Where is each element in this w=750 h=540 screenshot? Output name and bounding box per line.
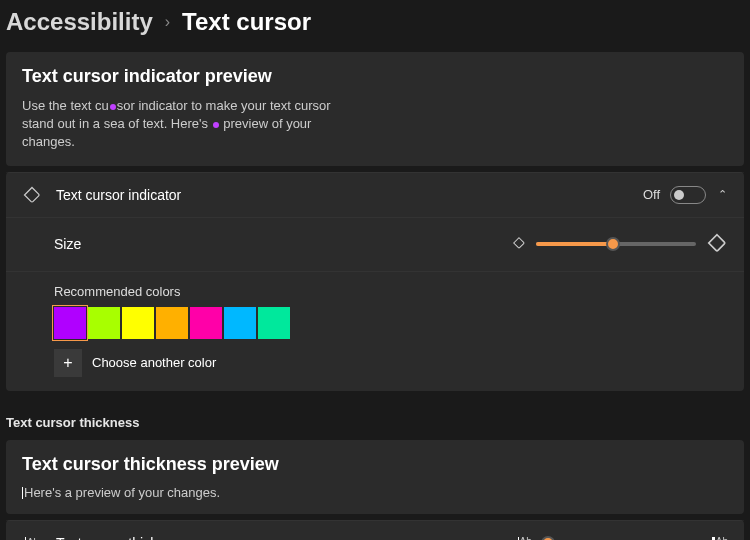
thickness-settings-card: Ab Text cursor thickness Ab Ab <box>6 520 744 540</box>
chevron-right-icon: › <box>165 13 170 31</box>
indicator-preview-title: Text cursor indicator preview <box>22 66 728 87</box>
color-swatch-row <box>54 307 728 339</box>
large-size-icon <box>706 232 728 257</box>
ab-thin-icon: Ab <box>22 533 42 540</box>
color-swatch[interactable] <box>190 307 222 339</box>
indicator-settings-card: Text cursor indicator Off ⌃ Size Recomme <box>6 172 744 391</box>
small-size-icon <box>512 236 526 253</box>
thickness-row-label: Text cursor thickness <box>56 535 187 540</box>
text-cursor-indicator-row[interactable]: Text cursor indicator Off ⌃ <box>6 172 744 217</box>
text-cursor-thickness-row: Ab Text cursor thickness Ab Ab <box>6 520 744 540</box>
color-swatch[interactable] <box>88 307 120 339</box>
plus-icon: + <box>54 349 82 377</box>
breadcrumb-parent[interactable]: Accessibility <box>6 8 153 36</box>
color-swatch[interactable] <box>156 307 188 339</box>
colors-label: Recommended colors <box>54 284 728 299</box>
indicator-row-label: Text cursor indicator <box>56 187 181 203</box>
thickness-preview-description: Here's a preview of your changes. <box>22 485 728 500</box>
thickness-section-label: Text cursor thickness <box>0 397 750 434</box>
toggle-state-label: Off <box>643 187 660 202</box>
recommended-colors-section: Recommended colors + Choose another colo… <box>6 271 744 391</box>
ab-thick-max-icon: Ab <box>712 536 728 540</box>
indicator-preview-description: Use the text cusor indicator to make you… <box>22 97 362 152</box>
size-row: Size <box>6 217 744 271</box>
tag-outline-icon <box>22 185 42 205</box>
choose-another-color-button[interactable]: + Choose another color <box>54 349 216 377</box>
color-swatch[interactable] <box>258 307 290 339</box>
thickness-preview-card: Text cursor thickness preview Here's a p… <box>6 440 744 514</box>
breadcrumb: Accessibility › Text cursor <box>0 0 750 46</box>
color-swatch[interactable] <box>122 307 154 339</box>
color-swatch[interactable] <box>54 307 86 339</box>
ab-thin-min-icon: Ab <box>518 536 532 540</box>
indicator-preview-card: Text cursor indicator preview Use the te… <box>6 52 744 166</box>
thickness-preview-title: Text cursor thickness preview <box>22 454 728 475</box>
breadcrumb-current: Text cursor <box>182 8 311 36</box>
color-swatch[interactable] <box>224 307 256 339</box>
choose-another-label: Choose another color <box>92 355 216 370</box>
thin-cursor-preview-icon <box>22 487 23 499</box>
chevron-up-icon[interactable]: ⌃ <box>716 188 728 201</box>
cursor-indicator-dot-icon <box>213 122 219 128</box>
indicator-toggle[interactable] <box>670 186 706 204</box>
size-label: Size <box>54 236 81 252</box>
size-slider[interactable] <box>536 242 696 246</box>
cursor-indicator-dot-icon <box>110 104 116 110</box>
